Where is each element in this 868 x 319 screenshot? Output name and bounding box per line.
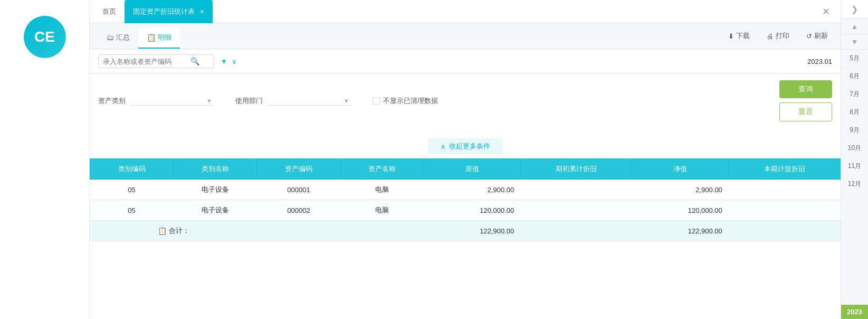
total-accumulated-depreciation: [520, 221, 632, 241]
total-net-value: 122,900.00: [632, 221, 729, 241]
collapse-bar: ∧ 收起更多条件: [90, 134, 841, 158]
col-header-asset-code: 资产编码: [257, 159, 340, 180]
search-input-wrap[interactable]: 🔍: [98, 54, 214, 68]
chevron-up-icon: ∧: [441, 143, 446, 151]
app-logo: CE: [24, 16, 66, 58]
detail-icon: 📋: [147, 33, 156, 42]
asset-category-select[interactable]: ▼: [130, 97, 214, 106]
hide-cleared-label: 不显示已清理数据: [383, 96, 438, 106]
tab-summary-label: 汇总: [116, 33, 130, 42]
cell-asset-name: 电脑: [340, 180, 424, 200]
tab-summary[interactable]: 🗂 汇总: [98, 27, 138, 49]
month-item-10[interactable]: 10月: [841, 139, 868, 157]
department-select[interactable]: ▼: [267, 97, 351, 106]
scroll-up-button[interactable]: ▲: [841, 19, 868, 34]
month-item-8[interactable]: 8月: [841, 104, 868, 121]
month-item-5[interactable]: 5月: [841, 50, 868, 68]
right-panel: ❯ ▲ ▼ 5月 6月 7月 8月 9月 10月 11月 12月 2023: [841, 0, 868, 319]
query-button[interactable]: 查询: [779, 80, 832, 98]
cell-original-value: 2,900.00: [424, 180, 520, 200]
table-header-row: 类别编码 类别名称 资产编码 资产名称 原值 期初累计折旧 净值 本期计提折旧: [90, 159, 841, 180]
reset-button[interactable]: 重置: [779, 102, 832, 121]
data-table: 类别编码 类别名称 资产编码 资产名称 原值 期初累计折旧 净值 本期计提折旧 …: [90, 158, 841, 241]
print-icon: 🖨: [767, 32, 774, 40]
cell-asset-code: 000001: [257, 180, 340, 200]
cell-net-value: 120,000.00: [632, 200, 729, 221]
filter-asset-category: 资产类别 ▼: [98, 96, 214, 106]
department-label: 使用部门: [235, 96, 263, 106]
total-current-depreciation: [729, 221, 841, 241]
cell-original-value: 120,000.00: [424, 200, 520, 221]
table-total-row: 📋 合计： 122,900.00 122,900.00: [90, 221, 841, 241]
asset-category-arrow-icon: ▼: [206, 98, 212, 104]
collapse-label: 收起更多条件: [449, 142, 490, 151]
table-row: 05 电子设备 000002 电脑 120,000.00 120,000.00: [90, 200, 841, 221]
col-header-asset-name: 资产名称: [340, 159, 424, 180]
nav-tab-depreciation[interactable]: 固定资产折旧统计表 ×: [125, 0, 213, 23]
cell-net-value: 2,900.00: [632, 180, 729, 200]
filter-area: 资产类别 ▼ 使用部门 ▼ 不显示已清理数据: [90, 74, 841, 134]
col-header-accumulated-depreciation: 期初累计折旧: [520, 159, 632, 180]
cell-category-code: 05: [90, 180, 174, 200]
refresh-icon: ↺: [806, 32, 812, 40]
asset-category-label: 资产类别: [98, 96, 126, 106]
top-nav: 首页 固定资产折旧统计表 × ✕: [90, 0, 841, 23]
search-icon[interactable]: 🔍: [190, 57, 199, 65]
main-content: 首页 固定资产折旧统计表 × ✕ 🗂 汇总 📋 明细 ⬇: [90, 0, 841, 319]
summary-icon: 🗂: [107, 33, 114, 42]
nav-tab-close-icon[interactable]: ×: [200, 7, 204, 16]
refresh-label: 刷新: [814, 31, 828, 41]
download-icon: ⬇: [728, 32, 734, 40]
nav-tab-label: 固定资产折旧统计表: [133, 7, 195, 16]
month-item-11[interactable]: 11月: [841, 157, 868, 175]
cell-current-depreciation: [729, 180, 841, 200]
right-panel-expand-button[interactable]: ❯: [841, 0, 868, 19]
left-logo-panel: CE: [0, 0, 90, 319]
filter-hide-cleared[interactable]: 不显示已清理数据: [373, 96, 438, 106]
filter-buttons: 查询 重置: [779, 80, 832, 121]
department-arrow-icon: ▼: [344, 98, 349, 104]
scroll-down-button[interactable]: ▼: [841, 34, 868, 50]
tab-detail[interactable]: 📋 明细: [138, 27, 180, 49]
search-input[interactable]: [103, 58, 187, 65]
up-down-buttons: ▲ ▼: [841, 19, 868, 50]
filter-row: 资产类别 ▼ 使用部门 ▼ 不显示已清理数据: [98, 80, 832, 121]
month-item-9[interactable]: 9月: [841, 121, 868, 139]
total-icon: 📋: [158, 227, 167, 235]
refresh-button[interactable]: ↺ 刷新: [802, 29, 832, 43]
col-header-original-value: 原值: [424, 159, 520, 180]
year-badge: 2023: [841, 305, 868, 319]
filter-department: 使用部门 ▼: [235, 96, 351, 106]
total-label-cell: 📋 合计：: [90, 221, 257, 241]
cell-accumulated-depreciation: [520, 200, 632, 221]
window-close-button[interactable]: ✕: [818, 6, 834, 17]
col-header-category-name: 类别名称: [174, 159, 257, 180]
col-header-category-code: 类别编码: [90, 159, 174, 180]
cell-category-name: 电子设备: [174, 200, 257, 221]
total-empty-2: [340, 221, 424, 241]
download-label: 下载: [736, 31, 750, 41]
print-button[interactable]: 🖨 打印: [762, 29, 794, 43]
nav-home[interactable]: 首页: [96, 7, 122, 16]
hide-cleared-checkbox[interactable]: [373, 97, 380, 105]
cell-current-depreciation: [729, 200, 841, 221]
cell-asset-code: 000002: [257, 200, 340, 221]
chevron-down-icon: ∨: [232, 58, 237, 65]
total-original-value: 122,900.00: [424, 221, 520, 241]
data-table-wrap: 类别编码 类别名称 资产编码 资产名称 原值 期初累计折旧 净值 本期计提折旧 …: [90, 158, 841, 319]
download-button[interactable]: ⬇ 下载: [724, 29, 754, 43]
month-item-12[interactable]: 12月: [841, 175, 868, 193]
date-display: 2023.01: [807, 58, 832, 65]
month-item-7[interactable]: 7月: [841, 86, 868, 104]
collapse-more-conditions-button[interactable]: ∧ 收起更多条件: [428, 138, 503, 154]
tab-detail-label: 明细: [158, 33, 171, 42]
more-conditions-button[interactable]: ▼ ∨: [221, 58, 237, 65]
toolbar: ⬇ 下载 🖨 打印 ↺ 刷新: [716, 23, 841, 49]
page-container: 🗂 汇总 📋 明细 ⬇ 下载 🖨 打印 ↺: [90, 23, 841, 319]
search-bar: 🔍 ▼ ∨ 2023.01: [90, 49, 841, 74]
total-empty-1: [257, 221, 340, 241]
col-header-net-value: 净值: [632, 159, 729, 180]
cell-accumulated-depreciation: [520, 180, 632, 200]
month-item-6[interactable]: 6月: [841, 68, 868, 86]
sub-tabs: 🗂 汇总 📋 明细: [90, 23, 716, 49]
